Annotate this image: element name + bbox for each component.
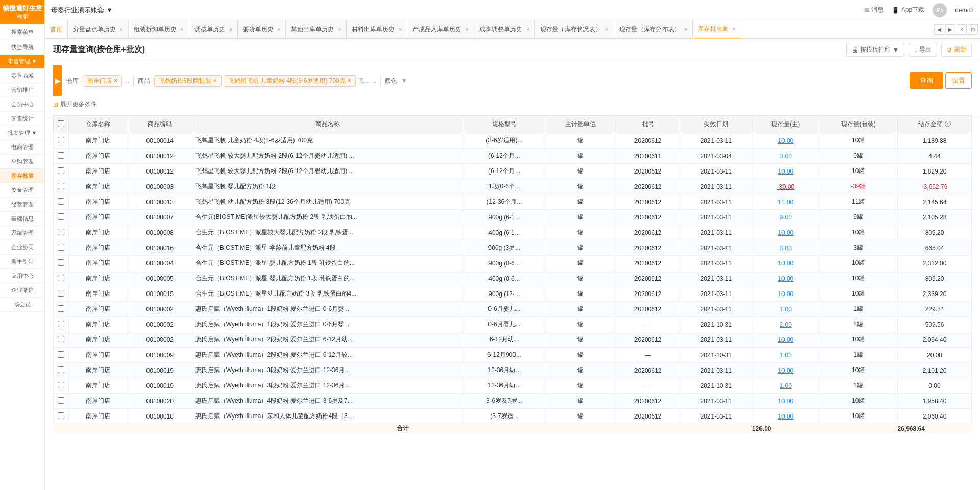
product-more[interactable]: 飞... <box>358 77 369 85</box>
row-checkbox[interactable] <box>58 397 64 404</box>
row-checkbox-cell[interactable] <box>54 409 69 424</box>
sidebar-item-wholesale[interactable]: 批发管理 ▼ <box>0 126 44 140</box>
row-checkbox[interactable] <box>58 198 64 205</box>
row-qty-main[interactable]: 11.00 <box>752 194 819 210</box>
row-checkbox-cell[interactable] <box>54 256 69 271</box>
query-button[interactable]: 查询 <box>910 72 943 89</box>
row-qty-main[interactable]: -39.00 <box>752 179 819 194</box>
tab-close-icon[interactable]: × <box>181 27 184 32</box>
product-more-dots[interactable]: ... <box>371 77 376 84</box>
tab-close-icon[interactable]: × <box>526 27 529 32</box>
sidebar-item-system[interactable]: 系统管理 <box>0 226 44 240</box>
setting-button[interactable]: 设置 <box>945 72 972 89</box>
row-checkbox-cell[interactable] <box>54 348 69 363</box>
tabs-expand-button[interactable]: ⊡ <box>968 24 978 35</box>
row-checkbox-cell[interactable] <box>54 271 69 286</box>
row-qty-main[interactable]: 3.00 <box>752 240 819 256</box>
row-checkbox[interactable] <box>58 336 64 342</box>
template-print-button[interactable]: 🖨 按模板打印 ▼ <box>846 43 904 57</box>
sidebar-item-app-center[interactable]: 应用中心 <box>0 269 44 283</box>
tab-close-icon[interactable]: × <box>278 27 281 32</box>
sidebar-item-finance[interactable]: 资金管理 <box>0 183 44 198</box>
sidebar-search-menu[interactable]: 搜索菜单 <box>0 24 44 40</box>
row-checkbox-cell[interactable] <box>54 240 69 256</box>
sidebar-item-member[interactable]: 会员中心 <box>0 97 44 112</box>
row-qty-main[interactable]: 10.00 <box>752 225 819 240</box>
sidebar-item-operation[interactable]: 经营管理 <box>0 198 44 212</box>
warehouse-tag-close[interactable]: × <box>114 77 117 84</box>
tab-close-icon[interactable]: × <box>465 27 469 32</box>
row-checkbox-cell[interactable] <box>54 302 69 317</box>
tabs-close-button[interactable]: × <box>957 24 967 35</box>
row-checkbox[interactable] <box>58 366 64 373</box>
sidebar-item-inventory[interactable]: 库存核算 <box>0 169 44 183</box>
row-checkbox-cell[interactable] <box>54 332 69 348</box>
row-checkbox[interactable] <box>58 244 64 251</box>
tab-batch-account[interactable]: 库存批次账 × <box>693 20 741 39</box>
row-checkbox[interactable] <box>58 183 64 189</box>
row-qty-main[interactable]: 10.00 <box>752 256 819 271</box>
row-qty-main[interactable]: 10.00 <box>752 271 819 286</box>
tab-home[interactable]: 首页 <box>45 20 68 39</box>
refresh-button[interactable]: ↺ 刷新 <box>941 43 972 57</box>
row-checkbox[interactable] <box>58 167 64 174</box>
sidebar-item-guide[interactable]: 新手引导 <box>0 255 44 269</box>
warehouse-tag-nanyin[interactable]: 南岸门店 × <box>83 75 122 87</box>
tab-other-out[interactable]: 其他出库单历史 × <box>286 20 347 39</box>
warehouse-more[interactable]: ... <box>124 77 129 84</box>
tab-cost-adjust[interactable]: 成本调整单历史 × <box>474 20 535 39</box>
tabs-prev-button[interactable]: ◀ <box>934 24 944 35</box>
sidebar-item-ecommerce[interactable]: 电商管理 <box>0 140 44 155</box>
tab-product-in[interactable]: 产成品入库单历史 × <box>407 20 474 39</box>
row-qty-main[interactable]: 2.00 <box>752 317 819 332</box>
row-checkbox[interactable] <box>58 152 64 159</box>
row-checkbox[interactable] <box>58 305 64 312</box>
export-button[interactable]: ↓ 导出 <box>909 43 937 57</box>
tab-assembly[interactable]: 组装拆卸单历史 × <box>129 20 189 39</box>
tab-requisition[interactable]: 要货单历史 × <box>238 20 286 39</box>
tab-inventory-count[interactable]: 分量盘点单历史 × <box>68 20 129 39</box>
row-checkbox-cell[interactable] <box>54 286 69 302</box>
sidebar-item-marketing[interactable]: 营销推广 <box>0 83 44 97</box>
row-checkbox-cell[interactable] <box>54 149 69 164</box>
tab-close-icon[interactable]: × <box>229 27 232 32</box>
row-qty-main[interactable]: 1.00 <box>752 348 819 363</box>
sidebar-item-wechat[interactable]: 企业微信 <box>0 283 44 298</box>
row-checkbox[interactable] <box>58 290 64 297</box>
select-all-checkbox[interactable] <box>58 120 64 127</box>
row-checkbox[interactable] <box>58 321 64 327</box>
tab-close-icon[interactable]: × <box>338 27 341 32</box>
tab-material-out[interactable]: 材料出库单历史 × <box>347 20 407 39</box>
row-qty-main[interactable]: 1.00 <box>752 378 819 394</box>
row-checkbox-cell[interactable] <box>54 225 69 240</box>
product-tag-2-close[interactable]: × <box>348 77 351 84</box>
sidebar-item-retail[interactable]: 零售管理 ▼ <box>0 55 44 69</box>
expand-more-conditions[interactable]: ⊞ 展开更多条件 <box>53 98 972 111</box>
row-checkbox[interactable] <box>58 382 64 388</box>
product-tag-1[interactable]: 飞鹤奶粉3段两提装 × <box>154 75 222 87</box>
row-checkbox-cell[interactable] <box>54 164 69 179</box>
sidebar-item-member-plus[interactable]: 畅会员 <box>0 298 44 312</box>
sidebar-item-enterprise[interactable]: 企业协同 <box>0 240 44 255</box>
row-checkbox[interactable] <box>58 259 64 266</box>
row-checkbox[interactable] <box>58 351 64 358</box>
row-qty-main[interactable]: 10.00 <box>752 332 819 348</box>
user-avatar[interactable]: Ea <box>933 3 947 17</box>
row-qty-main[interactable]: 10.00 <box>752 363 819 378</box>
row-checkbox-cell[interactable] <box>54 194 69 210</box>
row-qty-main[interactable]: 10.00 <box>752 133 819 149</box>
row-qty-main[interactable]: 0.00 <box>752 149 819 164</box>
sidebar-item-quick-nav[interactable]: 快捷导航 <box>0 40 44 55</box>
row-checkbox-cell[interactable] <box>54 133 69 149</box>
row-qty-main[interactable]: 1.00 <box>752 302 819 317</box>
sidebar-logo[interactable]: 畅捷通好生意 标版 <box>0 0 44 24</box>
messages-button[interactable]: ✉ 消息 <box>864 6 884 14</box>
tab-transfer[interactable]: 调拨单历史 × <box>189 20 238 39</box>
row-qty-main[interactable]: 10.00 <box>752 394 819 409</box>
tab-stock-dist[interactable]: 现存量（库存分布表） × <box>614 20 693 39</box>
row-checkbox-cell[interactable] <box>54 378 69 394</box>
row-checkbox[interactable] <box>58 229 64 235</box>
row-qty-main[interactable]: 10.00 <box>752 409 819 424</box>
row-qty-main[interactable]: 9.00 <box>752 210 819 225</box>
row-checkbox-cell[interactable] <box>54 317 69 332</box>
